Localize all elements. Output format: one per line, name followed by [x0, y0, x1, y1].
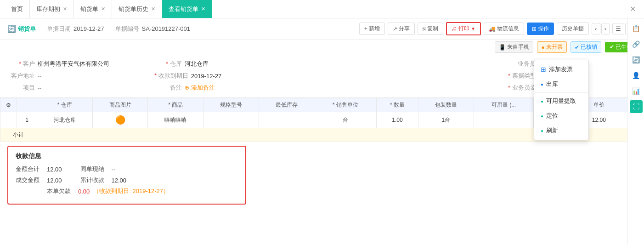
- th-spec: 规格型号: [203, 98, 259, 112]
- th-product-img: 商品图片: [92, 98, 148, 112]
- th-available: 可用量 (...: [474, 98, 534, 112]
- ticket-badge[interactable]: ● 未开票: [537, 41, 566, 53]
- print-icon: 🖨: [452, 26, 457, 32]
- window-close-button[interactable]: ✕: [626, 5, 639, 13]
- available-pickup-label: 可用量提取: [546, 97, 576, 105]
- tab-view-sales[interactable]: 查看销货单 ✕: [162, 0, 212, 18]
- list-view-button[interactable]: ☰: [612, 23, 624, 34]
- project-label: 项目: [7, 84, 35, 92]
- dropdown-add-invoice[interactable]: ⊞ 添加发票: [534, 62, 588, 77]
- sidebar-btn-2[interactable]: 🔗: [630, 38, 643, 51]
- row-spec: [203, 112, 259, 128]
- due-date-label: * 收款到期日: [154, 72, 188, 80]
- add-remark-button[interactable]: ⊕ 添加备注: [185, 84, 215, 92]
- staff-label: 业务员: [508, 60, 536, 68]
- cumulative-value: 12.00: [112, 177, 127, 184]
- content-area: 🔄 销货单 单据日期 2019-12-27 单据编号 SA-20191227-0…: [0, 18, 644, 245]
- sidebar-btn-4[interactable]: 👤: [630, 69, 643, 82]
- print-button[interactable]: 🖨 打印 ▼: [446, 22, 481, 35]
- warehouse-out-label: 出库: [546, 80, 558, 88]
- tab-sales-order[interactable]: 销货单 ✕: [74, 0, 112, 18]
- th-sales-unit: * 销售单位: [314, 98, 377, 112]
- operations-label: 操作: [538, 25, 549, 33]
- tab-view-close[interactable]: ✕: [201, 6, 205, 12]
- due-date-field: * 收款到期日 2019-12-27: [154, 72, 283, 80]
- sub-action-bar: 📱 来自手机 ● 未开票 ✔ 已核销 ✔ 已生效: [0, 40, 644, 55]
- print-label: 打印: [458, 25, 469, 33]
- locate-label: 定位: [546, 112, 558, 120]
- dropdown-divider: [534, 92, 588, 93]
- tab-history-close[interactable]: ✕: [151, 6, 155, 12]
- effective-icon: ✔: [610, 44, 614, 50]
- history-button[interactable]: 历史单据: [557, 23, 589, 35]
- tab-inventory-close[interactable]: ✕: [63, 6, 67, 12]
- row-settings: [0, 112, 17, 128]
- doc-type-icon: 🔄: [7, 25, 16, 33]
- total-amount-label: 金额合计: [16, 165, 43, 173]
- row-num: 1: [17, 112, 37, 128]
- mobile-badge[interactable]: 📱 来自手机: [495, 41, 533, 53]
- th-settings[interactable]: ⚙: [0, 98, 17, 112]
- th-product: * 商品: [148, 98, 203, 112]
- tab-sales-close[interactable]: ✕: [101, 6, 105, 12]
- tab-inventory-init[interactable]: 库存期初 ✕: [30, 0, 74, 18]
- warehouse-field: * 仓库 河北仓库: [154, 60, 283, 68]
- dropdown-refresh[interactable]: ● 刷新: [534, 123, 588, 138]
- next-button[interactable]: ›: [601, 23, 610, 34]
- doc-number-value: SA-20191227-001: [142, 25, 191, 32]
- sidebar-btn-3[interactable]: 🔄: [630, 53, 643, 66]
- warehouse-label: * 仓库: [154, 60, 182, 68]
- new-button[interactable]: + 新增: [359, 23, 385, 35]
- doc-type-label: 销货单: [18, 25, 36, 33]
- cumulative-item: 累计收款 12.00: [80, 176, 127, 184]
- add-invoice-label: 添加发票: [549, 65, 573, 74]
- copy-button[interactable]: ⎘ 复制: [418, 23, 443, 35]
- doc-date-field: 单据日期 2019-12-27: [43, 25, 104, 33]
- sidebar-btn-1[interactable]: 📋: [630, 22, 643, 35]
- sidebar-btn-5[interactable]: 📊: [630, 85, 643, 97]
- subtotal-label-cell: 小计: [0, 128, 37, 142]
- confirm-badge[interactable]: ✔ 已核销: [571, 41, 601, 53]
- tab-home[interactable]: 首页: [5, 0, 30, 18]
- address-field: 客户地址 --: [7, 72, 136, 80]
- warehouse-value: 河北仓库: [185, 60, 209, 68]
- cumulative-label: 累计收款: [80, 176, 108, 184]
- tab-sales-history[interactable]: 销货单历史 ✕: [112, 0, 162, 18]
- th-warehouse: * 仓库: [37, 98, 92, 112]
- share-label: 分享: [399, 25, 410, 33]
- dropdown-warehouse-out[interactable]: ● 出库: [534, 77, 588, 91]
- share-button[interactable]: ↗ 分享: [388, 23, 415, 35]
- doc-number-label: 单据编号: [112, 25, 139, 33]
- operations-dropdown: ⊞ 添加发票 ● 出库 ● 可用量提取 ● 定位 ● 刷新: [534, 60, 589, 140]
- project-value: --: [38, 85, 42, 91]
- payment-row-1: 金额合计 12.00 同单现结 --: [16, 165, 238, 173]
- operations-button[interactable]: ⊞ 操作: [527, 23, 554, 35]
- refresh-label: 刷新: [546, 126, 558, 135]
- sidebar-btn-expand[interactable]: ⛶: [630, 100, 643, 113]
- refresh-icon: ●: [541, 128, 543, 133]
- logistics-button[interactable]: 🚚 物流信息: [484, 23, 524, 35]
- dropdown-locate[interactable]: ● 定位: [534, 108, 588, 123]
- nav-arrows: ‹ ›: [592, 23, 610, 34]
- owed-label: 本单欠款: [47, 187, 74, 195]
- row-package-qty: 1台: [418, 112, 474, 128]
- same-order-item: 同单现结 --: [80, 165, 116, 173]
- owed-value: 0.00: [78, 188, 90, 195]
- operations-icon: ⊞: [532, 26, 537, 32]
- prev-button[interactable]: ‹: [592, 23, 600, 34]
- doc-type-badge: 🔄 销货单: [7, 25, 36, 33]
- address-label: 客户地址: [7, 72, 35, 80]
- dropdown-available-pickup[interactable]: ● 可用量提取: [534, 94, 588, 108]
- th-package-qty: 包装数量: [418, 98, 474, 112]
- doc-number-field: 单据编号 SA-20191227-001: [112, 25, 191, 33]
- deal-amount-value: 12.00: [47, 177, 62, 184]
- add-invoice-icon: ⊞: [541, 66, 546, 73]
- confirm-label: 已核销: [581, 43, 597, 51]
- remark-label: 备注: [154, 84, 182, 92]
- remark-field: 备注 ⊕ 添加备注: [154, 84, 283, 92]
- doc-date-value: 2019-12-27: [73, 25, 104, 32]
- customer-field: * 客户 柳州粤港平安气体有限公司: [7, 60, 136, 68]
- doc-date-label: 单据日期: [43, 25, 71, 33]
- project-field: 项目 --: [7, 84, 136, 92]
- logistics-label: 物流信息: [497, 25, 519, 33]
